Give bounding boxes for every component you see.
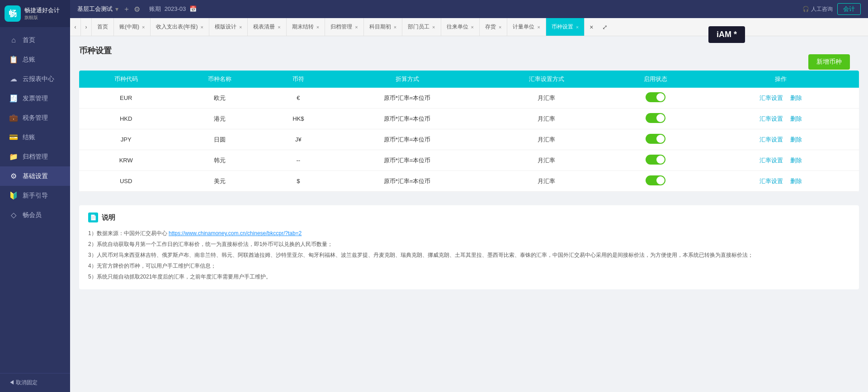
enable-toggle-4[interactable] <box>646 175 665 185</box>
cell-0-0: EUR <box>79 88 173 109</box>
enable-toggle-2[interactable] <box>646 134 665 144</box>
tab-next-button[interactable]: › <box>81 18 92 36</box>
table-row: HKD港元HK$原币*汇率=本位币月汇率 汇率设置 删除 <box>79 109 859 129</box>
tab-close-counterpart[interactable]: × <box>471 24 474 30</box>
toggle-cell-0[interactable] <box>609 88 702 109</box>
sidebar-nav: ⌂ 首页📋 总账☁ 云报表中心🧾 发票管理💼 税务管理💳 结账📁 归档管理⚙ 基… <box>0 27 70 373</box>
tab-close-unit[interactable]: × <box>537 24 540 30</box>
rate-setting-link-0[interactable]: 汇率设置 <box>760 94 783 101</box>
tab-label-period_end: 期末结转 <box>292 23 314 31</box>
sidebar-item-member[interactable]: ◇ 畅会员 <box>0 205 70 225</box>
sidebar-item-invoice[interactable]: 🧾 发票管理 <box>0 89 70 108</box>
sidebar-item-guide[interactable]: 🔰 新手引导 <box>0 186 70 205</box>
nav-label-archive: 归档管理 <box>23 153 48 161</box>
tab-close-currency[interactable]: × <box>576 24 579 30</box>
add-currency-button[interactable]: 新增币种 <box>808 54 850 70</box>
topbar: 基层工会测试 ▾ ＋ ⚙ 账期 2023-03 📅 🎧 人工咨询 会计 <box>70 0 868 18</box>
tab-expand-button[interactable]: ⤢ <box>598 18 612 36</box>
nav-label-tax: 税务管理 <box>23 114 48 122</box>
content-header: 币种设置 新增币种 <box>79 45 859 63</box>
tab-period[interactable]: 账(中期)× <box>114 18 151 36</box>
delete-link-0[interactable]: 删除 <box>790 94 802 101</box>
add-icon[interactable]: ＋ <box>123 5 130 14</box>
rate-setting-link-2[interactable]: 汇率设置 <box>760 136 783 143</box>
nav-icon-reports: ☁ <box>9 75 18 83</box>
tab-counterpart[interactable]: 往来单位× <box>441 18 480 36</box>
cell-3-1: 韩元 <box>173 150 266 171</box>
sidebar-item-settings[interactable]: ⚙ 基础设置 <box>0 166 70 186</box>
tab-archive_mgmt[interactable]: 归档管理× <box>325 18 363 36</box>
nav-icon-archive: 📁 <box>9 152 18 161</box>
tab-dept_staff[interactable]: 部门员工× <box>402 18 441 36</box>
sidebar-item-archive[interactable]: 📁 归档管理 <box>0 147 70 166</box>
tab-label-subject_init: 科目期初 <box>369 23 391 31</box>
nav-label-guide: 新手引导 <box>23 192 48 200</box>
rate-setting-link-3[interactable]: 汇率设置 <box>760 157 783 164</box>
cell-4-3: 原币*汇率=本位币 <box>330 171 484 192</box>
sidebar-item-tax[interactable]: 💼 税务管理 <box>0 108 70 128</box>
tab-template[interactable]: 模版设计× <box>209 18 248 36</box>
dropdown-arrow-icon[interactable]: ▾ <box>115 5 118 13</box>
nav-icon-member: ◇ <box>9 211 18 219</box>
toggle-thumb-2 <box>656 135 665 143</box>
tab-period_end[interactable]: 期末结转× <box>287 18 325 36</box>
accounting-button[interactable]: 会计 <box>837 3 861 15</box>
tab-label-period: 账(中期) <box>119 23 139 31</box>
rate-setting-link-4[interactable]: 汇率设置 <box>760 178 783 184</box>
tab-close-income[interactable]: × <box>200 24 203 30</box>
note-icon: 📄 <box>88 213 98 222</box>
tab-prev-button[interactable]: ‹ <box>70 18 81 36</box>
enable-toggle-1[interactable] <box>646 113 665 123</box>
tab-home[interactable]: 首页 <box>92 18 114 36</box>
toggle-cell-2[interactable] <box>609 129 702 150</box>
tab-close-template[interactable]: × <box>239 24 242 30</box>
content-area[interactable]: 币种设置 新增币种 币种代码币种名称币符折算方式汇率设置方式启用状态操作 EUR… <box>70 36 868 392</box>
tab-subject_init[interactable]: 科目期初× <box>364 18 402 36</box>
action-cell-3: 汇率设置 删除 <box>702 150 859 171</box>
toggle-cell-4[interactable] <box>609 171 702 192</box>
sidebar-item-home[interactable]: ⌂ 首页 <box>0 31 70 50</box>
delete-link-3[interactable]: 删除 <box>790 157 802 164</box>
delete-link-2[interactable]: 删除 <box>790 136 802 143</box>
action-cell-2: 汇率设置 删除 <box>702 129 859 150</box>
settings-icon[interactable]: ⚙ <box>134 5 140 14</box>
tab-income[interactable]: 收入支出表(年报)× <box>151 18 209 36</box>
sidebar: 畅 畅捷通好会计 旗舰版 ⌂ 首页📋 总账☁ 云报表中心🧾 发票管理💼 税务管理… <box>0 0 70 392</box>
nav-label-invoice: 发票管理 <box>23 94 48 103</box>
tab-close-subject_init[interactable]: × <box>394 24 396 30</box>
tab-close-inventory[interactable]: × <box>499 24 501 30</box>
enable-toggle-0[interactable] <box>646 92 665 102</box>
note-external-link[interactable]: https://www.chinamoney.com.cn/chinese/bk… <box>169 230 302 236</box>
tab-close-period[interactable]: × <box>142 24 145 30</box>
calendar-icon[interactable]: 📅 <box>189 5 197 12</box>
cell-0-4: 月汇率 <box>484 88 609 109</box>
consult-button[interactable]: 🎧 人工咨询 <box>802 5 833 13</box>
tab-tax_clear[interactable]: 税表清册× <box>248 18 286 36</box>
tab-close-dept_staff[interactable]: × <box>432 24 435 30</box>
delete-link-4[interactable]: 删除 <box>790 178 802 184</box>
tab-close-tax_clear[interactable]: × <box>278 24 280 30</box>
tab-currency[interactable]: 币种设置× <box>546 18 585 36</box>
cell-0-3: 原币*汇率=本位币 <box>330 88 484 109</box>
cell-2-1: 日圆 <box>173 129 266 150</box>
tab-close-archive_mgmt[interactable]: × <box>355 24 358 30</box>
tab-close-period_end[interactable]: × <box>316 24 319 30</box>
tab-label-unit: 计量单位 <box>513 23 534 31</box>
rate-setting-link-1[interactable]: 汇率设置 <box>760 115 783 122</box>
action-cell-0: 汇率设置 删除 <box>702 88 859 109</box>
enable-toggle-3[interactable] <box>646 155 665 165</box>
app-sub: 旗舰版 <box>24 14 60 20</box>
toggle-cell-3[interactable] <box>609 150 702 171</box>
tab-unit[interactable]: 计量单位× <box>507 18 546 36</box>
cell-4-1: 美元 <box>173 171 266 192</box>
toggle-cell-1[interactable] <box>609 109 702 129</box>
sidebar-item-checkout[interactable]: 💳 结账 <box>0 128 70 147</box>
tab-inventory[interactable]: 存货× <box>480 18 507 36</box>
cell-1-0: HKD <box>79 109 173 129</box>
sidebar-item-reports[interactable]: ☁ 云报表中心 <box>0 69 70 89</box>
sidebar-item-ledger[interactable]: 📋 总账 <box>0 50 70 69</box>
delete-link-1[interactable]: 删除 <box>790 115 802 122</box>
tab-close-all-button[interactable]: × <box>585 18 598 36</box>
page-title: 币种设置 <box>79 45 112 56</box>
sidebar-footer[interactable]: ◀ 取消固定 <box>0 373 70 392</box>
